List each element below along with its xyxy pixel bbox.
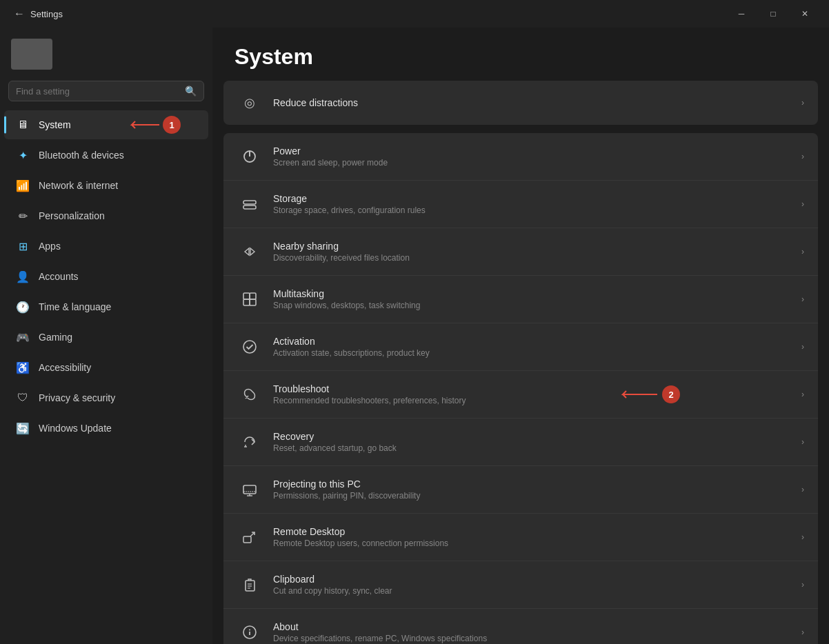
privacy-icon: 🛡 xyxy=(15,390,30,405)
remote-desktop-text: Remote Desktop Remote Desktop users, con… xyxy=(273,526,793,548)
sidebar-item-label: Accessibility xyxy=(39,362,91,373)
sidebar-item-label: Gaming xyxy=(39,332,72,343)
time-icon: 🕐 xyxy=(15,299,30,314)
about-icon xyxy=(237,620,262,644)
window-controls: ─ □ ✕ xyxy=(726,0,821,28)
activation-text: Activation Activation state, subscriptio… xyxy=(273,336,793,358)
troubleshoot-text: Troubleshoot Recommended troubleshooters… xyxy=(273,383,793,405)
personalization-icon: ✏ xyxy=(15,208,30,223)
close-button[interactable]: ✕ xyxy=(789,0,821,28)
avatar xyxy=(11,39,52,70)
system-icon: 🖥 xyxy=(15,117,30,132)
search-icon[interactable]: 🔍 xyxy=(185,85,197,97)
recovery-title: Recovery xyxy=(273,431,793,442)
settings-item-clipboard[interactable]: Clipboard Cut and copy history, sync, cl… xyxy=(223,561,818,609)
settings-item-power[interactable]: Power Screen and sleep, power mode › xyxy=(223,133,818,181)
nearby-sharing-title: Nearby sharing xyxy=(273,241,793,252)
app-body: 🔍 🖥 System 1 ✦ Bluetooth & devices 📶 Net… xyxy=(0,28,829,644)
multitasking-icon xyxy=(237,287,262,312)
svg-rect-11 xyxy=(243,485,256,494)
settings-item-activation[interactable]: Activation Activation state, subscriptio… xyxy=(223,323,818,371)
clipboard-icon xyxy=(237,572,262,597)
recovery-icon xyxy=(237,430,262,454)
nearby-sharing-subtitle: Discoverability, received files location xyxy=(273,253,793,263)
sidebar-item-update[interactable]: 🔄 Windows Update xyxy=(4,414,208,443)
about-title: About xyxy=(273,621,793,632)
chevron-right-icon: › xyxy=(801,580,804,590)
sidebar-item-label: Apps xyxy=(39,241,61,252)
sidebar-item-accessibility[interactable]: ♿ Accessibility xyxy=(4,353,208,382)
clipboard-title: Clipboard xyxy=(273,574,793,585)
remote-desktop-subtitle: Remote Desktop users, connection permiss… xyxy=(273,539,793,548)
annotation-arrow-2 xyxy=(619,388,661,401)
power-text: Power Screen and sleep, power mode xyxy=(273,145,793,168)
activation-title: Activation xyxy=(273,336,793,347)
storage-subtitle: Storage space, drives, configuration rul… xyxy=(273,205,793,215)
back-button[interactable]: ← xyxy=(8,5,30,23)
sidebar-item-personalization[interactable]: ✏ Personalization xyxy=(4,201,208,230)
svg-rect-4 xyxy=(243,293,250,299)
maximize-button[interactable]: □ xyxy=(757,0,789,28)
bluetooth-icon: ✦ xyxy=(15,148,30,163)
settings-item-projecting[interactable]: Projecting to this PC Permissions, pairi… xyxy=(223,466,818,514)
gaming-icon: 🎮 xyxy=(15,330,30,345)
settings-item-troubleshoot[interactable]: Troubleshoot Recommended troubleshooters… xyxy=(223,371,818,419)
sidebar-item-gaming[interactable]: 🎮 Gaming xyxy=(4,323,208,352)
power-title: Power xyxy=(273,145,793,157)
troubleshoot-subtitle: Recommended troubleshooters, preferences… xyxy=(273,396,793,405)
apps-icon: ⊞ xyxy=(15,239,30,254)
sidebar-item-label: Personalization xyxy=(39,210,105,221)
clipboard-text: Clipboard Cut and copy history, sync, cl… xyxy=(273,574,793,596)
sidebar-item-network[interactable]: 📶 Network & internet xyxy=(4,171,208,200)
sidebar-item-time[interactable]: 🕐 Time & language xyxy=(4,292,208,321)
svg-point-8 xyxy=(243,341,256,353)
settings-item-recovery[interactable]: Recovery Reset, advanced startup, go bac… xyxy=(223,419,818,466)
remote-desktop-icon xyxy=(237,525,262,550)
minimize-button[interactable]: ─ xyxy=(726,0,757,28)
storage-title: Storage xyxy=(273,193,793,204)
settings-item-storage[interactable]: Storage Storage space, drives, configura… xyxy=(223,181,818,228)
svg-rect-5 xyxy=(250,293,256,299)
sidebar-item-apps[interactable]: ⊞ Apps xyxy=(4,232,208,261)
multitasking-subtitle: Snap windows, desktops, task switching xyxy=(273,301,793,310)
sidebar-item-bluetooth[interactable]: ✦ Bluetooth & devices xyxy=(4,141,208,170)
nearby-sharing-text: Nearby sharing Discoverability, received… xyxy=(273,241,793,263)
accounts-icon: 👤 xyxy=(15,269,30,284)
chevron-right-icon: › xyxy=(801,152,804,161)
settings-item-nearby-sharing[interactable]: Nearby sharing Discoverability, received… xyxy=(223,228,818,276)
chevron-right-icon: › xyxy=(801,342,804,352)
search-input[interactable] xyxy=(16,86,185,97)
sidebar-item-accounts[interactable]: 👤 Accounts xyxy=(4,262,208,291)
svg-rect-2 xyxy=(243,201,256,204)
settings-item-about[interactable]: About Device specifications, rename PC, … xyxy=(223,609,818,644)
sidebar-item-system[interactable]: 🖥 System 1 xyxy=(4,110,208,139)
sidebar-item-label: Accounts xyxy=(39,271,79,282)
projecting-subtitle: Permissions, pairing PIN, discoverabilit… xyxy=(273,491,793,501)
chevron-right-icon: › xyxy=(801,532,804,542)
svg-rect-3 xyxy=(243,205,256,209)
page-title: System xyxy=(234,44,807,70)
power-icon xyxy=(237,144,262,169)
settings-item-reduce-distractions[interactable]: ◎ Reduce distractions › xyxy=(223,81,818,125)
power-subtitle: Screen and sleep, power mode xyxy=(273,158,793,168)
settings-item-multitasking[interactable]: Multitasking Snap windows, desktops, tas… xyxy=(223,276,818,323)
reduce-distractions-icon: ◎ xyxy=(237,90,262,115)
search-box[interactable]: 🔍 xyxy=(8,81,204,101)
reduce-distractions-title: Reduce distractions xyxy=(273,97,793,108)
activation-icon xyxy=(237,334,262,359)
multitasking-title: Multitasking xyxy=(273,288,793,299)
chevron-right-icon: › xyxy=(801,485,804,494)
nearby-sharing-icon xyxy=(237,239,262,264)
chevron-right-icon: › xyxy=(801,247,804,256)
clipboard-subtitle: Cut and copy history, sync, clear xyxy=(273,586,793,596)
sidebar-item-label: System xyxy=(39,119,71,130)
recovery-subtitle: Reset, advanced startup, go back xyxy=(273,443,793,453)
annotation-badge-2: 2 xyxy=(662,385,680,403)
settings-item-remote-desktop[interactable]: Remote Desktop Remote Desktop users, con… xyxy=(223,514,818,561)
chevron-right-icon: › xyxy=(801,390,804,399)
app-title: Settings xyxy=(30,9,726,19)
recovery-text: Recovery Reset, advanced startup, go bac… xyxy=(273,431,793,453)
sidebar-item-privacy[interactable]: 🛡 Privacy & security xyxy=(4,383,208,412)
chevron-right-icon: › xyxy=(801,294,804,304)
troubleshoot-icon xyxy=(237,382,262,407)
